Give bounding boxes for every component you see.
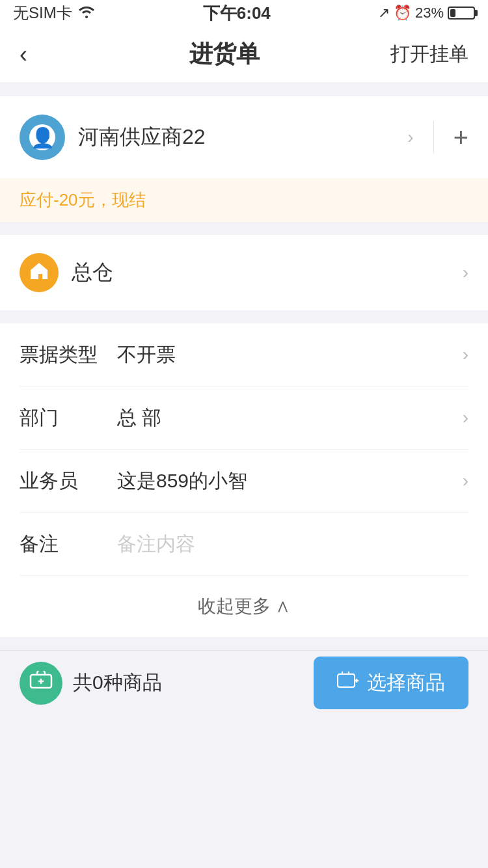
svg-rect-3 (338, 674, 355, 687)
supplier-row[interactable]: 👤 河南供应商22 › + (0, 96, 488, 178)
dept-label: 部门 (20, 405, 111, 431)
section-divider-2 (0, 222, 488, 235)
chevron-right-icon: › (463, 407, 468, 428)
notice-text: 应付-20元，现结 (20, 190, 146, 210)
notice-bar: 应付-20元，现结 (0, 178, 488, 222)
invoice-row[interactable]: 票据类型 不开票 › (0, 323, 488, 386)
status-bar: 无SIM卡 下午6:04 ↗ ⏰ 23% (0, 0, 488, 26)
dept-row[interactable]: 部门 总 部 › (0, 387, 488, 449)
battery-percent: 23% (415, 5, 444, 21)
warehouse-icon-wrap (20, 253, 59, 292)
note-row[interactable]: 备注 备注内容 (0, 513, 488, 575)
note-label: 备注 (20, 531, 111, 558)
chevron-right-icon: › (463, 262, 468, 283)
select-product-button[interactable]: 选择商品 (314, 657, 468, 709)
product-icon-wrap (20, 662, 62, 705)
supplier-section: 👤 河南供应商22 › + 应付-20元，现结 (0, 96, 488, 222)
sales-row[interactable]: 业务员 这是859的小智 › (0, 450, 488, 512)
chevron-right-icon: › (463, 344, 468, 365)
supplier-actions: › + (407, 121, 468, 154)
main-content: 👤 河南供应商22 › + 应付-20元，现结 (0, 83, 488, 868)
status-time: 下午6:04 (203, 2, 271, 25)
open-pending-button[interactable]: 打开挂单 (390, 41, 468, 68)
chevron-right-icon: › (407, 127, 413, 148)
invoice-label: 票据类型 (20, 342, 111, 368)
warehouse-section[interactable]: 总仓 › (0, 235, 488, 310)
status-left: 无SIM卡 (13, 3, 96, 23)
bottom-bar: 共0种商品 选择商品 (0, 650, 488, 715)
warehouse-icon (28, 260, 50, 286)
form-section: 票据类型 不开票 › 部门 总 部 › 业务员 这是859的小智 › 备注 备注… (0, 323, 488, 575)
signal-text: 无SIM卡 (13, 3, 72, 23)
wifi-icon (77, 4, 96, 22)
sales-label: 业务员 (20, 468, 111, 495)
supplier-name: 河南供应商22 (78, 123, 407, 152)
select-icon (337, 671, 359, 694)
page-title: 进货单 (189, 38, 260, 70)
sales-value: 这是859的小智 (111, 468, 463, 495)
person-icon: 👤 (31, 126, 55, 149)
section-divider-top (0, 83, 488, 96)
product-count-text: 共0种商品 (73, 670, 162, 696)
collapse-label: 收起更多 ∧ (198, 596, 291, 616)
cart-icon (29, 671, 53, 695)
section-divider-3 (0, 310, 488, 323)
battery-icon (448, 7, 475, 20)
note-placeholder[interactable]: 备注内容 (111, 531, 468, 558)
section-divider-4 (0, 637, 488, 650)
vertical-divider (433, 121, 434, 154)
chevron-right-icon: › (463, 470, 468, 491)
avatar: 👤 (20, 115, 65, 160)
collapse-section: 收起更多 ∧ (0, 575, 488, 637)
product-count-wrap: 共0种商品 (20, 662, 162, 705)
avatar-inner: 👤 (29, 124, 55, 150)
add-button[interactable]: + (454, 124, 468, 150)
warehouse-name: 总仓 (72, 258, 463, 287)
dept-value: 总 部 (111, 405, 463, 431)
location-icon: ↗ (378, 5, 390, 21)
alarm-icon: ⏰ (394, 5, 411, 21)
warehouse-row[interactable]: 总仓 › (0, 235, 488, 310)
nav-bar: ‹ 进货单 打开挂单 (0, 26, 488, 83)
invoice-value: 不开票 (111, 342, 463, 368)
collapse-button[interactable]: 收起更多 ∧ (0, 576, 488, 637)
back-button[interactable]: ‹ (20, 41, 59, 68)
status-right: ↗ ⏰ 23% (378, 5, 475, 21)
select-product-label: 选择商品 (367, 670, 445, 696)
